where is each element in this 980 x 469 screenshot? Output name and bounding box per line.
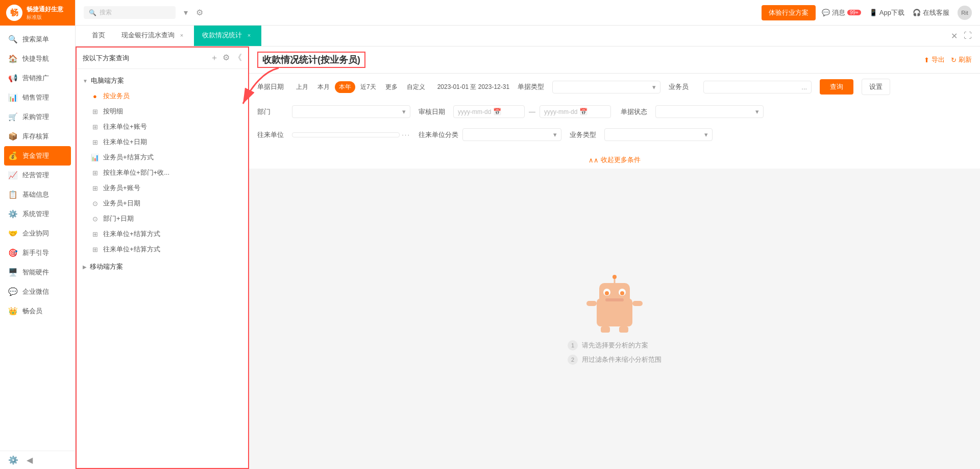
review-date-label: 审核日期 <box>419 107 449 116</box>
tab-actions: ✕ ⛶ <box>951 31 972 41</box>
topbar-settings-icon[interactable]: ⚙ <box>196 8 203 17</box>
date-tab-7days[interactable]: 近7天 <box>356 81 380 93</box>
sidebar-item-system[interactable]: ⚙️ 系统管理 <box>0 204 75 224</box>
scheme-item-salesperson-account[interactable]: ⊞ 业务员+账号 <box>77 180 248 196</box>
tab-close-icon[interactable]: ✕ <box>951 31 958 41</box>
tab-collection-stat-close[interactable]: × <box>245 31 253 39</box>
review-date-to[interactable]: yyyy-mm-dd 📅 <box>540 105 611 118</box>
basic-info-icon: 📋 <box>8 190 17 199</box>
messages-btn[interactable]: 💬 消息 99+ <box>822 8 861 17</box>
salesperson-input-group: ... <box>703 81 812 93</box>
sidebar-item-inventory[interactable]: 📦 库存核算 <box>0 127 75 146</box>
date-tab-this-month[interactable]: 本月 <box>313 81 334 93</box>
scheme-item-counterpart-account[interactable]: ⊞ 往来单位+账号 <box>77 119 248 134</box>
refresh-icon: ↻ <box>951 56 957 64</box>
date-tab-more[interactable]: 更多 <box>381 81 402 93</box>
date-tab-custom[interactable]: 自定义 <box>403 81 429 93</box>
sidebar-item-search[interactable]: 🔍 搜索菜单 <box>0 30 75 49</box>
sidebar-item-marketing[interactable]: 📢 营销推广 <box>0 68 75 88</box>
topbar-dropdown-icon[interactable]: ▾ <box>184 8 188 17</box>
scheme-salesperson-account-icon: ⊞ <box>91 184 99 192</box>
scheme-item-dept-date[interactable]: ⊙ 部门+日期 <box>77 211 248 226</box>
app-download-btn[interactable]: 📱 App下载 <box>869 8 904 17</box>
member-icon: 👑 <box>8 307 17 316</box>
scheme-salesperson-date-icon: ⊙ <box>91 199 99 207</box>
content-area: 收款情况统计(按业务员) ⬆ 导出 ↻ 刷新 <box>249 46 980 469</box>
svg-point-8 <box>612 275 617 279</box>
scheme-group-mobile-header[interactable]: ▶ 移动端方案 <box>77 259 248 274</box>
counterpart-input-group: ··· <box>292 131 410 138</box>
scheme-item-counterpart-settlement2[interactable]: ⊞ 往来单位+结算方式 <box>77 242 248 257</box>
scheme-dept-date-icon: ⊙ <box>91 215 99 223</box>
tab-collection-stat[interactable]: 收款情况统计 × <box>194 26 261 46</box>
manage-scheme-icon[interactable]: ⚙ <box>223 53 230 63</box>
biz-type-select[interactable]: ▾ <box>604 128 713 141</box>
scheme-counterpart-settlement1-icon: ⊞ <box>91 230 99 238</box>
solution-btn[interactable]: 体验行业方案 <box>762 5 816 20</box>
counterpart-class-select[interactable]: ▾ <box>462 128 561 141</box>
date-tab-this-year[interactable]: 本年 <box>335 81 355 93</box>
topbar-search[interactable]: 🔍 搜索 <box>84 6 176 19</box>
scheme-list: ▼ 电脑端方案 ● 按业务员 ⊞ 按明细 <box>77 69 248 468</box>
salesperson-select[interactable]: ... <box>703 81 812 93</box>
scheme-item-salesperson[interactable]: ● 按业务员 <box>77 88 248 104</box>
topbar-search-icon: 🔍 <box>89 9 96 16</box>
dept-select[interactable]: ▾ <box>292 105 410 118</box>
tab-bank-flow-close[interactable]: × <box>178 31 186 39</box>
sidebar-item-purchase[interactable]: 🛒 采购管理 <box>0 107 75 127</box>
tab-home[interactable]: 首页 <box>84 26 113 46</box>
scheme-item-counterpart-dept[interactable]: ⊞ 按往来单位+部门+收... <box>77 165 248 180</box>
expand-arrow-icon: ▼ <box>83 78 88 84</box>
filter-panel-header: 按以下方案查询 ＋ ⚙ 《 <box>77 48 248 69</box>
date-range-display: 2023-01-01 至 2023-12-31 <box>437 83 509 91</box>
counterpart-select[interactable] <box>292 132 400 137</box>
online-service-btn[interactable]: 🎧 在线客服 <box>913 8 949 17</box>
tab-maximize-icon[interactable]: ⛶ <box>964 31 972 41</box>
collapse-sidebar-icon[interactable]: ◀ <box>27 455 33 465</box>
receipt-type-select[interactable]: ▾ <box>552 81 660 93</box>
sidebar-item-hardware[interactable]: 🖥️ 智能硬件 <box>0 263 75 282</box>
biz-type-chevron-icon: ▾ <box>704 131 708 138</box>
sidebar-item-enterprise[interactable]: 🤝 企业协同 <box>0 224 75 243</box>
filter-settings-btn[interactable]: 设置 <box>862 79 890 95</box>
counterpart-class-field: 往来单位分类 ▾ <box>419 128 561 141</box>
collapse-panel-icon[interactable]: 《 <box>234 53 242 63</box>
sidebar-item-quick-nav[interactable]: 🏠 快捷导航 <box>0 49 75 68</box>
receipt-status-select[interactable]: ▾ <box>655 105 764 118</box>
scheme-item-salesperson-settlement[interactable]: 📊 业务员+结算方式 <box>77 150 248 165</box>
sidebar-item-operations[interactable]: 📈 经营管理 <box>0 166 75 185</box>
sidebar-item-wechat[interactable]: 💬 企业微信 <box>0 282 75 301</box>
operations-icon: 📈 <box>8 171 17 180</box>
tab-bank-flow[interactable]: 现金银行流水查询 × <box>113 26 194 46</box>
review-date-from[interactable]: yyyy-mm-dd 📅 <box>453 105 525 118</box>
scheme-item-detail[interactable]: ⊞ 按明细 <box>77 104 248 119</box>
user-avatar[interactable]: Rit <box>958 6 972 20</box>
sidebar-item-finance[interactable]: 💰 资金管理 <box>4 146 71 166</box>
query-btn[interactable]: 查询 <box>820 79 853 95</box>
biz-type-field: 业务类型 ▾ <box>570 128 713 141</box>
sidebar-item-guide[interactable]: 🎯 新手引导 <box>0 243 75 263</box>
counterpart-options-icon[interactable]: ··· <box>402 131 410 138</box>
sidebar: 畅 畅捷通好生意 标准版 🔍 搜索菜单 🏠 快捷导航 📢 营销推广 📊 销售管理 <box>0 0 76 469</box>
add-scheme-icon[interactable]: ＋ <box>210 53 218 63</box>
scheme-counterpart-account-icon: ⊞ <box>91 123 99 131</box>
settings-bottom-icon[interactable]: ⚙️ <box>8 455 18 465</box>
phone-icon: 📱 <box>869 9 877 16</box>
scheme-item-counterpart-date[interactable]: ⊞ 往来单位+日期 <box>77 134 248 150</box>
filter-panel-actions: ＋ ⚙ 《 <box>210 53 242 63</box>
mobile-scheme-label: 移动端方案 <box>90 262 123 271</box>
sidebar-item-sales[interactable]: 📊 销售管理 <box>0 88 75 107</box>
sidebar-item-member[interactable]: 👑 畅会员 <box>0 301 75 321</box>
collapse-row[interactable]: ∧∧ 收起更多条件 <box>249 151 980 169</box>
review-date-inputs: yyyy-mm-dd 📅 — yyyy-mm-dd 📅 <box>453 105 611 118</box>
export-btn[interactable]: ⬆ 导出 <box>924 55 945 64</box>
scheme-item-counterpart-settlement1[interactable]: ⊞ 往来单位+结算方式 <box>77 226 248 242</box>
refresh-btn[interactable]: ↻ 刷新 <box>951 55 972 64</box>
sidebar-item-basic-info[interactable]: 📋 基础信息 <box>0 185 75 204</box>
empty-steps: 1 请先选择要分析的方案 2 用过滤条件来缩小分析范围 <box>568 340 662 365</box>
date-tab-last-month[interactable]: 上月 <box>292 81 312 93</box>
main-area: 🔍 搜索 ▾ ⚙ 体验行业方案 💬 消息 99+ 📱 App下载 🎧 <box>76 0 980 469</box>
scheme-item-salesperson-date[interactable]: ⊙ 业务员+日期 <box>77 196 248 211</box>
scheme-group-desktop-header[interactable]: ▼ 电脑端方案 <box>77 73 248 88</box>
salesperson-chevron-icon: ... <box>801 83 807 91</box>
